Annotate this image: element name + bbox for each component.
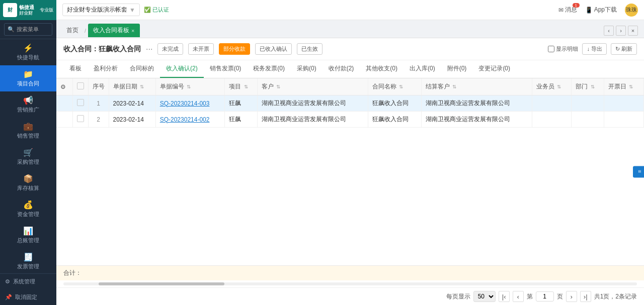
settings-icon[interactable]: ⚙	[60, 83, 66, 90]
th-contract-name: 合同名称 ⇅	[368, 78, 421, 95]
message-button[interactable]: ✉ 消息 1	[558, 6, 577, 14]
sub-tab-sales-invoice[interactable]: 销售发票(0)	[204, 60, 248, 78]
app-logo: 财 畅捷通 好业财 专业版	[0, 0, 56, 20]
sub-tab-change-log[interactable]: 变更记录(0)	[472, 60, 516, 78]
invoice-icon: 🧾	[23, 252, 33, 262]
main-area: 好业财专业版演示帐套 ▼ ✅ 已认证 ✉ 消息 1 📱 App下载 珠珠 首页 …	[56, 0, 644, 305]
td-project-1: 狂飙	[225, 95, 258, 112]
th-salesperson: 业务员 ⇅	[532, 78, 572, 95]
tab-close-all-button[interactable]: ×	[628, 26, 638, 36]
sidebar-item-system[interactable]: ⚙ 系统管理	[0, 274, 56, 289]
sort-salesperson-icon[interactable]: ⇅	[557, 84, 561, 89]
income-confirm-table: ⚙ 序号 单据日期 ⇅ 单据编号 ⇅	[56, 78, 644, 128]
sidebar-item-invoice[interactable]: 🧾 发票管理	[0, 248, 56, 273]
td-salesperson-1	[532, 95, 572, 112]
sort-contract-icon[interactable]: ⇅	[399, 84, 403, 89]
sub-tab-dashboard[interactable]: 看板	[63, 60, 88, 78]
sub-tab-purchase[interactable]: 采购(0)	[291, 60, 323, 78]
sort-department-icon[interactable]: ⇅	[591, 84, 595, 89]
verified-icon: ✅	[144, 7, 151, 13]
th-settlement: 结算客户 ⇅	[421, 78, 532, 95]
sort-billing-date-icon[interactable]: ⇅	[629, 84, 633, 89]
sort-code-icon[interactable]: ⇅	[187, 84, 191, 89]
td-billing-date-2	[604, 112, 644, 128]
sidebar-menu: ⚡ 快捷导航 📁 项目合同 📢 营销推广 💼 销售管理 🛒 采购管理 📦 库存核…	[0, 39, 56, 273]
sidebar-bottom: ⚙ 系统管理 📌 取消固定	[0, 273, 56, 305]
page-first-button[interactable]: |‹	[499, 291, 510, 302]
avatar[interactable]: 珠珠	[625, 4, 638, 17]
td-department-1	[572, 95, 604, 112]
status-incomplete-button[interactable]: 未完成	[157, 43, 183, 55]
td-num-2: 2	[88, 112, 109, 128]
per-page-label: 每页显示	[446, 292, 470, 301]
horizontal-scrollbar-track[interactable]	[63, 282, 637, 285]
status-partial-payment-button[interactable]: 部分收款	[219, 43, 250, 55]
sidebar-item-sales[interactable]: 💼 销售管理	[0, 118, 56, 144]
sort-project-icon[interactable]: ⇅	[244, 84, 248, 89]
sidebar-item-unpin[interactable]: 📌 取消固定	[0, 289, 56, 305]
td-salesperson-2	[532, 112, 572, 128]
record-link-1[interactable]: SQ-20230214-003	[160, 100, 210, 107]
sub-tab-other-income[interactable]: 其他收支(0)	[360, 60, 404, 78]
record-link-2[interactable]: SQ-20230214-002	[160, 116, 210, 123]
sales-icon: 💼	[23, 122, 33, 131]
th-billing-date: 开票日 ⇅	[604, 78, 644, 95]
page-total-info: 共1页，2条记录	[594, 292, 637, 301]
page-number-input[interactable]	[536, 291, 554, 301]
sub-tab-in-out-warehouse[interactable]: 出入库(0)	[404, 60, 441, 78]
sidebar-item-project-contract[interactable]: 📁 项目合同	[0, 65, 56, 91]
page-prev-button[interactable]: ‹	[513, 291, 524, 302]
status-income-confirmed-button[interactable]: 已收入确认	[255, 43, 292, 55]
app-download-button[interactable]: 📱 App下载	[585, 6, 617, 14]
sidebar: 财 畅捷通 好业财 专业版 🔍 搜索菜单 ⚡ 快捷导航 📁 项目合同 📢 营销推…	[0, 0, 56, 305]
row2-checkbox[interactable]	[77, 115, 84, 122]
td-settlement-2: 湖南卫视商业运营发展有限公司	[421, 112, 532, 128]
sidebar-item-quick-nav[interactable]: ⚡ 快捷导航	[0, 39, 56, 65]
export-button[interactable]: ↓ 导出	[582, 43, 607, 55]
td-date-1: 2023-02-14	[109, 95, 155, 112]
more-options-button[interactable]: ···	[146, 45, 152, 54]
tab-next-button[interactable]: ›	[616, 26, 626, 36]
sidebar-item-finance[interactable]: 💰 资金管理	[0, 196, 56, 222]
sidebar-item-inventory[interactable]: 📦 库存核算	[0, 170, 56, 196]
tab-contract-board[interactable]: 收入合同看板 ×	[88, 24, 139, 37]
row1-checkbox[interactable]	[77, 99, 84, 106]
page-last-button[interactable]: ›|	[580, 291, 591, 302]
sort-date-icon[interactable]: ⇅	[140, 84, 144, 89]
show-detail-checkbox-label[interactable]: 显示明细	[548, 45, 578, 53]
td-billing-date-1	[604, 95, 644, 112]
export-icon: ↓	[587, 46, 590, 52]
pagination-bar: 每页显示 50 |‹ ‹ 第 页 › ›| 共1页，2条记录	[56, 287, 644, 305]
status-effective-button[interactable]: 已生效	[297, 43, 323, 55]
floating-action-panel[interactable]: ≡	[633, 166, 644, 178]
sub-tab-contract-items[interactable]: 合同标的	[124, 60, 160, 78]
status-uninvoiced-button[interactable]: 未开票	[188, 43, 214, 55]
sub-tab-tax-invoice[interactable]: 税务发票(0)	[247, 60, 291, 78]
sub-tab-attachments[interactable]: 附件(0)	[441, 60, 473, 78]
verified-badge: ✅ 已认证	[144, 6, 169, 14]
sub-tab-income-confirm[interactable]: 收入确认(2)	[160, 60, 204, 78]
select-all-checkbox[interactable]	[77, 82, 84, 89]
company-selector[interactable]: 好业财专业版演示帐套 ▼	[62, 4, 140, 16]
sub-tab-payment[interactable]: 收付款(2)	[323, 60, 360, 78]
sort-settlement-icon[interactable]: ⇅	[452, 84, 456, 89]
refresh-button[interactable]: ↻ 刷新	[611, 43, 637, 55]
unpin-icon: 📌	[5, 294, 12, 300]
sidebar-search-section: 🔍 搜索菜单	[0, 20, 56, 39]
marketing-icon: 📢	[23, 95, 33, 105]
tab-home[interactable]: 首页	[62, 24, 83, 37]
tab-close-button[interactable]: ×	[131, 28, 134, 34]
sidebar-item-marketing[interactable]: 📢 营销推广	[0, 91, 56, 118]
search-menu-button[interactable]: 🔍 搜索菜单	[4, 23, 52, 36]
td-department-2	[572, 112, 604, 128]
page-next-button[interactable]: ›	[566, 291, 577, 302]
sort-customer-icon[interactable]: ⇅	[276, 84, 280, 89]
tab-prev-button[interactable]: ‹	[604, 26, 614, 36]
per-page-select[interactable]: 50	[473, 291, 496, 302]
show-detail-checkbox[interactable]	[548, 46, 554, 52]
sub-tab-profit[interactable]: 盈利分析	[88, 60, 124, 78]
sidebar-item-ledger[interactable]: 📊 总账管理	[0, 222, 56, 248]
page-label-static: 第	[527, 292, 533, 301]
horizontal-scrollbar-thumb[interactable]	[99, 282, 224, 285]
sidebar-item-purchase[interactable]: 🛒 采购管理	[0, 144, 56, 170]
